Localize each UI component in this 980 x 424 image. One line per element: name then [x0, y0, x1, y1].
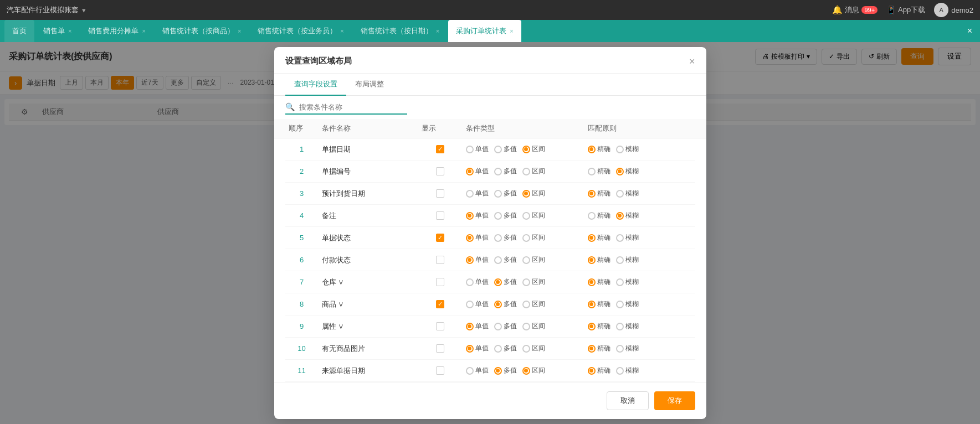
radio-type-range[interactable]: 区间 [522, 233, 545, 242]
display-checkbox[interactable] [436, 145, 444, 153]
radio-match-fuzzy[interactable]: 模糊 [616, 233, 639, 242]
display-checkbox[interactable] [436, 278, 444, 286]
radio-type-multi[interactable]: 多值 [494, 255, 517, 265]
radio-match-exact[interactable]: 精确 [588, 144, 610, 154]
radio-match-exact[interactable]: 精确 [588, 366, 610, 375]
tab-sales-date[interactable]: 销售统计表（按日期） × [353, 20, 447, 42]
cell-display[interactable] [418, 363, 463, 378]
radio-match-exact[interactable]: 精确 [588, 255, 610, 265]
display-checkbox[interactable] [436, 344, 444, 353]
radio-type-single[interactable]: 单值 [466, 189, 489, 198]
radio-type-range[interactable]: 区间 [522, 344, 545, 353]
cell-display[interactable] [418, 208, 463, 223]
display-checkbox[interactable] [436, 189, 444, 198]
tab-purchase-order[interactable]: 采购订单统计表 × [448, 20, 521, 42]
radio-type-multi[interactable]: 多值 [494, 344, 517, 353]
radio-match-exact[interactable]: 精确 [588, 167, 610, 176]
download-btn[interactable]: 📱 App下载 [886, 5, 925, 15]
display-checkbox[interactable] [436, 300, 444, 308]
radio-type-range[interactable]: 区间 [522, 277, 545, 287]
cell-display[interactable] [418, 230, 463, 245]
cell-display[interactable] [418, 186, 463, 201]
cell-display[interactable] [418, 319, 463, 334]
radio-type-single[interactable]: 单值 [466, 277, 489, 287]
radio-match-fuzzy[interactable]: 模糊 [616, 344, 639, 353]
radio-match-fuzzy[interactable]: 模糊 [616, 255, 639, 265]
display-checkbox[interactable] [436, 234, 444, 242]
radio-type-single[interactable]: 单值 [466, 255, 489, 265]
close-window-btn[interactable]: × [960, 26, 980, 36]
radio-type-range[interactable]: 区间 [522, 322, 545, 331]
cell-display[interactable] [418, 341, 463, 356]
radio-type-multi[interactable]: 多值 [494, 144, 517, 154]
tab-sales-goods[interactable]: 销售统计表（按商品） × [155, 20, 249, 42]
tab-close-icon[interactable]: × [238, 28, 241, 34]
radio-type-range[interactable]: 区间 [522, 189, 545, 198]
radio-match-exact[interactable]: 精确 [588, 299, 610, 309]
tab-close-icon[interactable]: × [340, 28, 343, 34]
tab-close-icon[interactable]: × [510, 28, 513, 34]
radio-type-multi[interactable]: 多值 [494, 189, 517, 198]
radio-type-single[interactable]: 单值 [466, 233, 489, 242]
display-checkbox[interactable] [436, 167, 444, 175]
radio-type-single[interactable]: 单值 [466, 211, 489, 220]
radio-match-fuzzy[interactable]: 模糊 [616, 366, 639, 375]
search-input[interactable] [299, 103, 407, 111]
radio-type-range[interactable]: 区间 [522, 167, 545, 176]
radio-type-range[interactable]: 区间 [522, 211, 545, 220]
radio-type-multi[interactable]: 多值 [494, 167, 517, 176]
radio-type-single[interactable]: 单值 [466, 322, 489, 331]
tab-sales-staff[interactable]: 销售统计表（按业务员） × [250, 20, 351, 42]
tab-home[interactable]: 首页 [4, 20, 34, 42]
tab-close-icon[interactable]: × [436, 28, 439, 34]
radio-type-multi[interactable]: 多值 [494, 233, 517, 242]
dialog-close-btn[interactable]: × [689, 56, 695, 66]
radio-type-range[interactable]: 区间 [522, 255, 545, 265]
radio-match-fuzzy[interactable]: 模糊 [616, 299, 639, 309]
tab-sales-expense[interactable]: 销售费用分摊单 × [80, 20, 153, 42]
radio-match-fuzzy[interactable]: 模糊 [616, 211, 639, 220]
radio-type-range[interactable]: 区间 [522, 366, 545, 375]
cell-display[interactable] [418, 164, 463, 179]
radio-type-range[interactable]: 区间 [522, 144, 545, 154]
display-checkbox[interactable] [436, 256, 444, 264]
radio-type-range[interactable]: 区间 [522, 299, 545, 309]
radio-match-fuzzy[interactable]: 模糊 [616, 189, 639, 198]
save-button[interactable]: 保存 [654, 391, 695, 410]
display-checkbox[interactable] [436, 211, 444, 220]
radio-match-fuzzy[interactable]: 模糊 [616, 322, 639, 331]
tab-layout-adjust[interactable]: 布局调整 [346, 74, 393, 96]
radio-match-exact[interactable]: 精确 [588, 344, 610, 353]
radio-type-single[interactable]: 单值 [466, 144, 489, 154]
cell-display[interactable] [418, 252, 463, 267]
tab-close-icon[interactable]: × [142, 28, 145, 34]
tab-query-fields[interactable]: 查询字段设置 [285, 74, 346, 96]
display-checkbox[interactable] [436, 366, 444, 375]
tab-sales-order[interactable]: 销售单 × [35, 20, 79, 42]
radio-type-multi[interactable]: 多值 [494, 277, 517, 287]
radio-match-exact[interactable]: 精确 [588, 189, 610, 198]
radio-type-single[interactable]: 单值 [466, 344, 489, 353]
notification-btn[interactable]: 🔔 消息 99+ [832, 5, 878, 15]
radio-type-single[interactable]: 单值 [466, 299, 489, 309]
radio-match-exact[interactable]: 精确 [588, 277, 610, 287]
cell-display[interactable] [418, 142, 463, 157]
radio-match-exact[interactable]: 精确 [588, 233, 610, 242]
cell-display[interactable] [418, 275, 463, 289]
cell-display[interactable] [418, 297, 463, 312]
radio-match-fuzzy[interactable]: 模糊 [616, 144, 639, 154]
radio-type-multi[interactable]: 多值 [494, 299, 517, 309]
radio-match-fuzzy[interactable]: 模糊 [616, 167, 639, 176]
radio-match-exact[interactable]: 精确 [588, 322, 610, 331]
radio-type-multi[interactable]: 多值 [494, 211, 517, 220]
display-checkbox[interactable] [436, 322, 444, 330]
user-menu[interactable]: A demo2 [934, 3, 973, 17]
radio-type-multi[interactable]: 多值 [494, 322, 517, 331]
radio-type-multi[interactable]: 多值 [494, 366, 517, 375]
radio-type-single[interactable]: 单值 [466, 366, 489, 375]
cancel-button[interactable]: 取消 [607, 391, 649, 410]
radio-match-exact[interactable]: 精确 [588, 211, 610, 220]
radio-type-single[interactable]: 单值 [466, 167, 489, 176]
tab-close-icon[interactable]: × [68, 28, 71, 34]
radio-match-fuzzy[interactable]: 模糊 [616, 277, 639, 287]
